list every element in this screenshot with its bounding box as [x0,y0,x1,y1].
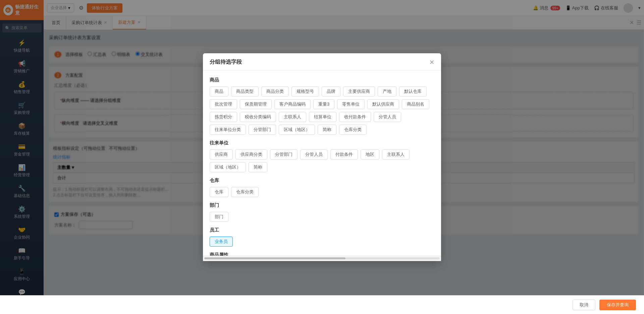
field-tag-short-name[interactable]: 简称 [318,125,336,135]
field-tag-wh-category[interactable]: 仓库分类 [231,187,259,197]
field-tag-from-unit-category[interactable]: 往来单位分类 [210,125,246,135]
field-tag-origin[interactable]: 产地 [378,86,396,97]
field-tag-supplier[interactable]: 供应商 [210,149,233,160]
field-tag-dept-mgmt[interactable]: 分管部门 [249,125,276,135]
field-tag-payment-cond[interactable]: 付款条件 [330,149,358,160]
field-group-partner: 供应商供应商分类分管部门分管人员付款条件地区主联系人区域（地区）简称 [210,149,434,172]
hscroll-thumb [204,257,345,259]
field-tag-goods-alias[interactable]: 商品别名 [402,99,429,109]
field-tag-wh[interactable]: 仓库 [210,187,228,197]
field-tag-tax-code[interactable]: 税收分类编码 [240,112,276,122]
modal-hscrollbar[interactable] [203,256,441,261]
section-title-partner: 往来单位 [210,140,434,146]
field-tag-region-area[interactable]: 区域（地区） [279,125,315,135]
field-tag-weight3[interactable]: 重量3 [313,99,334,109]
modal-close-icon[interactable]: ✕ [429,59,434,66]
field-tag-default-supplier[interactable]: 默认供应商 [367,99,399,109]
field-tag-dept2[interactable]: 分管部门 [270,149,298,160]
field-tag-supplier-category[interactable]: 供应商分类 [235,149,267,160]
field-tag-settlement-unit[interactable]: 结算单位 [309,112,336,122]
field-tag-pick-points[interactable]: 拣货积分 [210,112,237,122]
field-tag-warehouse-category[interactable]: 仓库分类 [339,125,367,135]
section-title-dept: 部门 [210,202,434,208]
field-tag-batch-mgmt[interactable]: 批次管理 [210,99,237,109]
save-button[interactable]: 保存并查询 [599,300,636,310]
section-title-warehouse: 仓库 [210,178,434,184]
field-tag-goods-category[interactable]: 商品分类 [261,86,289,97]
field-tag-region2[interactable]: 地区 [361,149,379,160]
field-group-warehouse: 仓库仓库分类 [210,187,434,197]
field-tag-main-supplier[interactable]: 主要供应商 [343,86,375,97]
field-tag-customer-code[interactable]: 客户商品编码 [274,99,311,109]
field-tag-main-contact[interactable]: 主联系人 [279,112,306,122]
field-tag-spec-type[interactable]: 规格型号 [291,86,319,97]
field-tag-short-name2[interactable]: 简称 [249,162,267,172]
modal-title: 分组待选字段 [210,59,242,66]
field-tag-retail-unit[interactable]: 零售单位 [337,99,365,109]
field-tag-region-area2[interactable]: 区域（地区） [210,162,246,172]
section-title-goods: 商品 [210,77,434,83]
field-tag-goods-type[interactable]: 商品类型 [231,86,259,97]
cancel-button[interactable]: 取消 [573,300,595,310]
modal-header: 分组待选字段 ✕ [203,53,441,70]
field-tag-default-warehouse[interactable]: 默认仓库 [399,86,427,97]
field-tag-shelf-life-mgmt[interactable]: 保质期管理 [240,99,272,109]
field-tag-manager2[interactable]: 分管人员 [300,149,328,160]
field-group-goods: 商品商品类型商品分类规格型号品牌主要供应商产地默认仓库批次管理保质期管理客户商品… [210,86,434,135]
field-tag-payment-terms[interactable]: 收付款条件 [339,112,371,122]
hscroll-track [204,257,440,259]
field-tag-manager[interactable]: 分管人员 [374,112,401,122]
bottom-bar: 取消 保存并查询 [0,295,644,314]
field-tag-goods[interactable]: 商品 [210,86,228,97]
field-tag-brand[interactable]: 品牌 [322,86,340,97]
field-tag-salesperson[interactable]: 业务员 [210,237,233,247]
field-group-staff: 业务员 [210,237,434,247]
field-group-dept: 部门 [210,212,434,222]
section-title-goods-attr: 商品属性 [210,252,434,256]
modal: 分组待选字段 ✕ 商品商品商品类型商品分类规格型号品牌主要供应商产地默认仓库批次… [203,53,441,261]
modal-body: 商品商品商品类型商品分类规格型号品牌主要供应商产地默认仓库批次管理保质期管理客户… [203,70,441,256]
field-tag-dept3[interactable]: 部门 [210,212,228,222]
section-title-staff: 员工 [210,227,434,233]
field-tag-main-contact2[interactable]: 主联系人 [382,149,410,160]
